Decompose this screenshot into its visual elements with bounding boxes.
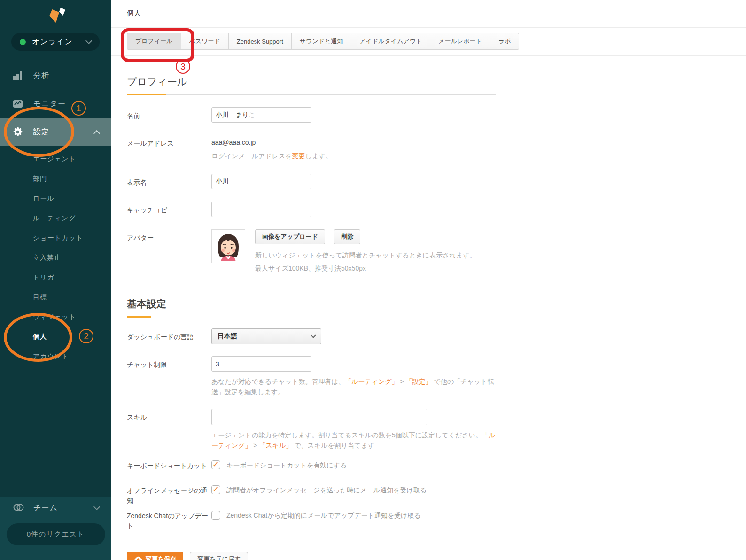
settings-link[interactable]: 「設定」 [406, 378, 432, 385]
avatar-help-1: 新しいウィジェットを使って訪問者とチャットするときに表示されます。 [255, 250, 476, 261]
sidebar-item-settings[interactable]: 設定 [0, 118, 111, 146]
footer-divider [127, 544, 496, 544]
keyboard-shortcuts-checkbox[interactable] [211, 460, 220, 469]
tab-idle-timeout[interactable]: アイドルタイムアウト [351, 33, 430, 50]
sidebar-item-label: 分析 [33, 71, 49, 81]
avatar-image [211, 229, 245, 263]
chat-limit-help: あなたが対応できるチャット数。管理者は、「ルーティング」 > 「設定」 で他の「… [211, 377, 496, 397]
offline-notification-row: オフラインメッセージの通知 訪問者がオフラインメッセージを送った時にメール通知を… [127, 485, 496, 506]
team-label: チーム [33, 503, 58, 513]
submenu-item-widget[interactable]: ウィジェット [0, 307, 111, 327]
basic-section-heading: 基本設定 [127, 297, 496, 317]
language-row: ダッシュボードの言語 日本語 [127, 328, 496, 344]
tab-zendesk-support[interactable]: Zendesk Support [228, 33, 292, 50]
cloud-upload-icon [134, 556, 142, 560]
email-label: メールアドレス [127, 135, 211, 162]
settings-tabbar: プロフィール パスワード Zendesk Support サウンドと通知 アイド… [111, 27, 746, 56]
team-dropdown[interactable]: チーム [0, 497, 111, 519]
submenu-item-agents[interactable]: エージェント [0, 149, 111, 169]
skills-row: スキル エージェントの能力を特定します。割り当てるスキルの数を5個以下に設定して… [127, 409, 496, 451]
tab-labs[interactable]: ラボ [490, 33, 520, 50]
sidebar-nav: 分析 モニター 設定 [0, 62, 111, 366]
main-content: 個人 プロフィール パスワード Zendesk Support サウンドと通知 … [111, 0, 746, 560]
upload-image-button[interactable]: 画像をアップロード [255, 229, 325, 244]
chevron-down-icon [85, 38, 92, 44]
tab-profile[interactable]: プロフィール [127, 33, 181, 50]
email-row: メールアドレス aaa@aaa.co.jp ログインメールアドレスを変更します。 [127, 135, 496, 162]
app-window: オンライン 分析 [0, 0, 746, 560]
submenu-item-goals[interactable]: 目標 [0, 287, 111, 307]
online-status-dropdown[interactable]: オンライン [11, 33, 100, 51]
keyboard-shortcuts-checkbox-label: キーボードショートカットを有効にする [226, 460, 347, 470]
chat-limit-row: チャット制限 あなたが対応できるチャット数。管理者は、「ルーティング」 > 「設… [127, 356, 496, 397]
online-dot-icon [20, 39, 26, 45]
display-name-input[interactable] [211, 174, 311, 189]
bar-chart-icon [13, 70, 24, 81]
submenu-item-personal[interactable]: 個人 [0, 327, 111, 346]
sidebar-dock: チーム 0件のリクエスト [0, 497, 111, 560]
chevron-down-icon [93, 504, 100, 510]
online-status-label: オンライン [32, 37, 73, 47]
skills-link[interactable]: 「スキル」 [259, 442, 292, 449]
chevron-down-icon [311, 333, 316, 338]
chat-limit-label: チャット制限 [127, 356, 211, 397]
keyboard-shortcuts-row: キーボードショートカット キーボードショートカットを有効にする [127, 460, 496, 471]
skills-help: エージェントの能力を特定します。割り当てるスキルの数を5個以下に設定してください… [211, 430, 496, 451]
skills-label: スキル [127, 409, 211, 451]
heading-accent-bar [127, 316, 151, 318]
avatar-row: アバター [127, 229, 496, 274]
submenu-item-banned[interactable]: 立入禁止 [0, 248, 111, 267]
name-label: 名前 [127, 107, 211, 123]
name-row: 名前 [127, 107, 496, 123]
avatar-label: アバター [127, 229, 211, 274]
requests-button[interactable]: 0件のリクエスト [7, 523, 105, 545]
delete-image-button[interactable]: 削除 [334, 229, 360, 244]
sidebar-item-label: モニター [33, 99, 66, 109]
offline-notification-checkbox[interactable] [211, 485, 220, 494]
submenu-item-account[interactable]: アカウント [0, 346, 111, 366]
submenu-item-roles[interactable]: ロール [0, 188, 111, 208]
gear-icon [13, 127, 24, 137]
sidebar-item-monitor[interactable]: モニター [0, 90, 111, 118]
undo-changes-button[interactable]: 変更を元に戻す [190, 552, 248, 560]
team-circles-icon [13, 503, 24, 513]
avatar-help-2: 最大サイズ100KB、推奨寸法50x50px [255, 264, 476, 274]
language-select[interactable]: 日本語 [211, 328, 321, 344]
display-name-row: 表示名 [127, 174, 496, 189]
tab-password[interactable]: パスワード [181, 33, 229, 50]
change-email-link[interactable]: 変更 [292, 152, 305, 160]
tab-sounds-notifications[interactable]: サウンドと通知 [291, 33, 352, 50]
profile-section-heading: プロフィール [127, 75, 496, 95]
sidebar-item-label: 設定 [33, 127, 49, 137]
routing-link[interactable]: 「ルーティング」 [345, 378, 398, 385]
monitor-icon [13, 99, 24, 109]
submenu-item-routing[interactable]: ルーティング [0, 208, 111, 228]
language-selected-value: 日本語 [218, 332, 237, 341]
language-label: ダッシュボードの言語 [127, 328, 211, 344]
submenu-item-departments[interactable]: 部門 [0, 169, 111, 188]
profile-form: プロフィール 名前 メールアドレス aaa@aaa.co.jp ログインメールア… [111, 75, 496, 560]
offline-notification-checkbox-label: 訪問者がオフラインメッセージを送った時にメール通知を受け取る [226, 485, 427, 495]
name-input[interactable] [211, 107, 311, 123]
submenu-item-triggers[interactable]: トリガ [0, 267, 111, 287]
heading-accent-bar [127, 94, 166, 95]
zendesk-chat-logo-icon [44, 3, 68, 25]
updates-row: Zendesk Chatのアップデート Zendesk Chatから定期的にメー… [127, 511, 496, 531]
offline-notification-label: オフラインメッセージの通知 [127, 485, 211, 506]
tab-email-reports[interactable]: メールレポート [430, 33, 490, 50]
save-changes-button[interactable]: 変更を保存 [127, 552, 183, 560]
sidebar: オンライン 分析 [0, 0, 111, 560]
chat-limit-input[interactable] [211, 356, 311, 372]
updates-checkbox[interactable] [211, 511, 220, 520]
catchphrase-input[interactable] [211, 202, 311, 217]
sidebar-item-analytics[interactable]: 分析 [0, 62, 111, 90]
skills-input[interactable] [211, 409, 427, 425]
updates-label: Zendesk Chatのアップデート [127, 511, 211, 531]
display-name-label: 表示名 [127, 174, 211, 189]
chevron-up-icon [93, 130, 100, 136]
submenu-item-shortcuts[interactable]: ショートカット [0, 228, 111, 248]
catchphrase-label: キャッチコピー [127, 202, 211, 217]
page-title: 個人 [111, 0, 746, 17]
footer-buttons: 変更を保存 変更を元に戻す [127, 552, 496, 560]
keyboard-shortcuts-label: キーボードショートカット [127, 460, 211, 471]
